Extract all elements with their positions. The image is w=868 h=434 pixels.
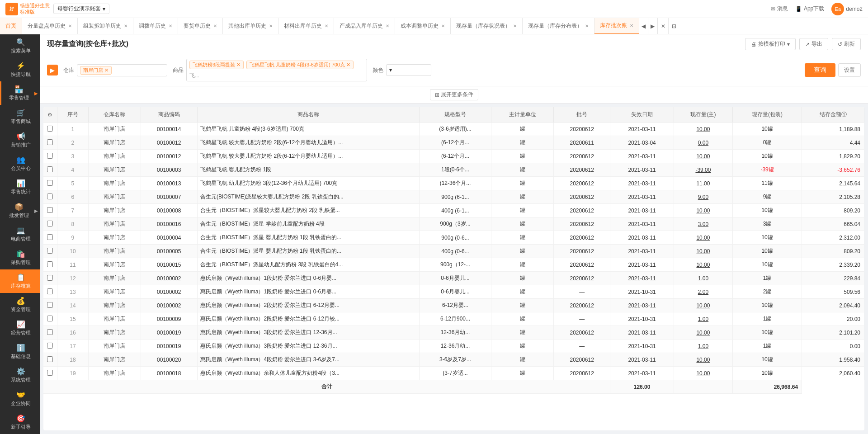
tab-close-3[interactable]: ✕ <box>169 24 172 28</box>
tab-close-5[interactable]: ✕ <box>269 24 273 28</box>
sidebar-item-member[interactable]: 👥 会员中心 <box>0 152 40 175</box>
td-checkbox[interactable] <box>43 150 57 163</box>
row-checkbox[interactable] <box>47 126 53 132</box>
tab-5[interactable]: 其他出库单历史 ✕ <box>223 18 278 34</box>
td-qty-main[interactable]: 11.00 <box>674 177 732 190</box>
row-checkbox[interactable] <box>47 329 53 335</box>
goods-more-dots[interactable]: 飞... <box>189 72 199 80</box>
goods-tag-1[interactable]: 飞鹤奶粉3段两提装 ✕ <box>189 61 244 69</box>
sidebar-item-purchase[interactable]: 🛍️ 采购管理 <box>0 246 40 269</box>
td-checkbox[interactable] <box>43 163 57 177</box>
tab-1[interactable]: 分量盘点单历史 ✕ <box>22 18 78 34</box>
td-checkbox[interactable] <box>43 326 57 340</box>
goods-tag-container[interactable]: 飞鹤奶粉3段两提装 ✕ 飞鹤星飞帆 儿童奶粉 4段(3-6岁适用) 700克 ✕… <box>186 59 367 81</box>
row-checkbox[interactable] <box>47 356 53 362</box>
td-checkbox[interactable] <box>43 312 57 326</box>
sidebar-item-system[interactable]: ⚙️ 系统管理 <box>0 363 40 387</box>
td-qty-main[interactable]: 10.00 <box>674 353 732 367</box>
row-checkbox[interactable] <box>47 288 53 294</box>
td-qty-main[interactable]: 1.00 <box>674 272 732 285</box>
row-checkbox[interactable] <box>47 343 53 349</box>
row-checkbox[interactable] <box>47 370 53 376</box>
tab-close-11[interactable]: ✕ <box>630 23 633 28</box>
td-qty-main[interactable]: 10.00 <box>674 258 732 272</box>
goods-tag-close-1[interactable]: ✕ <box>236 62 241 68</box>
tab-7[interactable]: 产成品入库单历史 ✕ <box>334 18 395 34</box>
export-btn[interactable]: ↗ 导出 <box>799 38 828 50</box>
goods-tag-close-2[interactable]: ✕ <box>346 62 350 68</box>
tab-8[interactable]: 成本调整单历史 ✕ <box>395 18 451 34</box>
td-checkbox[interactable] <box>43 353 57 367</box>
tab-6[interactable]: 材料出库单历史 ✕ <box>278 18 334 34</box>
message-btn[interactable]: ✉ 消息 <box>771 5 788 13</box>
sidebar-item-newguide[interactable]: 🎯 新手引导 <box>0 410 40 434</box>
td-qty-main[interactable]: 10.00 <box>674 150 732 163</box>
row-checkbox[interactable] <box>47 248 53 254</box>
settings-col-icon[interactable]: ⚙ <box>47 112 52 118</box>
td-checkbox[interactable] <box>43 245 57 258</box>
td-checkbox[interactable] <box>43 190 57 204</box>
sidebar-item-basic[interactable]: ℹ️ 基础信息 <box>0 340 40 363</box>
expand-btn[interactable]: ⊞ 展开更多条件 <box>430 89 478 100</box>
color-filter-wrap[interactable]: ▾ <box>386 64 431 76</box>
sidebar-item-operations[interactable]: 📈 经营管理 <box>0 316 40 340</box>
row-checkbox[interactable] <box>47 166 53 172</box>
filter-arrow-btn[interactable]: ▶ <box>47 65 58 75</box>
tab-close-2[interactable]: ✕ <box>124 24 127 28</box>
tab-11[interactable]: 库存批次账 ✕ <box>594 18 639 34</box>
goods-tag-2[interactable]: 飞鹤星飞帆 儿童奶粉 4段(3-6岁适用) 700克 ✕ <box>246 61 354 69</box>
tab-maximize-btn[interactable]: ⊡ <box>668 18 679 34</box>
td-checkbox[interactable] <box>43 231 57 245</box>
tab-2[interactable]: 组装拆卸单历史 ✕ <box>78 18 133 34</box>
sidebar-item-marketing[interactable]: 📢 营销推广 <box>0 128 40 152</box>
td-qty-main[interactable]: 1.00 <box>674 340 732 353</box>
tab-10[interactable]: 现存量（库存分布表） ✕ <box>523 18 594 34</box>
warehouse-tag-container[interactable]: 南岸门店 ✕ <box>77 64 167 76</box>
td-qty-main[interactable]: 10.00 <box>674 231 732 245</box>
td-qty-main[interactable]: 10.00 <box>674 326 732 340</box>
sidebar-item-finance[interactable]: 💰 资金管理 <box>0 293 40 316</box>
row-checkbox[interactable] <box>47 275 53 281</box>
td-checkbox[interactable] <box>43 136 57 150</box>
td-checkbox[interactable] <box>43 204 57 217</box>
td-checkbox[interactable] <box>43 217 57 231</box>
warehouse-tag-1[interactable]: 南岸门店 ✕ <box>80 66 112 75</box>
tab-9[interactable]: 现存量（库存状况表） ✕ <box>451 18 523 34</box>
row-checkbox[interactable] <box>47 316 53 321</box>
settings-btn[interactable]: 设置 <box>838 63 861 77</box>
sidebar-item-search[interactable]: 🔍 搜索英单 <box>0 34 40 58</box>
row-checkbox[interactable] <box>47 193 53 199</box>
sidebar-item-retail-shop[interactable]: 🛒 零售商城 <box>0 105 40 128</box>
td-qty-main[interactable]: 9.00 <box>674 190 732 204</box>
td-checkbox[interactable] <box>43 123 57 136</box>
tab-close-6[interactable]: ✕ <box>325 24 328 28</box>
tab-next-btn[interactable]: ▶ <box>648 18 657 34</box>
tab-home[interactable]: 首页 <box>0 18 22 34</box>
td-checkbox[interactable] <box>43 285 57 299</box>
row-checkbox[interactable] <box>47 302 53 308</box>
row-checkbox[interactable] <box>47 261 53 267</box>
app-download-btn[interactable]: 📱 App下载 <box>795 5 824 13</box>
td-qty-main[interactable]: 0.00 <box>674 136 732 150</box>
td-checkbox[interactable] <box>43 177 57 190</box>
tab-close-4[interactable]: ✕ <box>213 24 217 28</box>
tab-prev-btn[interactable]: ◀ <box>639 18 648 34</box>
user-area[interactable]: Ea demo2 <box>831 3 863 15</box>
row-checkbox[interactable] <box>47 207 53 213</box>
row-checkbox[interactable] <box>47 221 53 226</box>
td-checkbox[interactable] <box>43 272 57 285</box>
tab-close-9[interactable]: ✕ <box>513 24 517 28</box>
row-checkbox[interactable] <box>47 139 53 145</box>
row-checkbox[interactable] <box>47 153 53 159</box>
warehouse-tag-close-1[interactable]: ✕ <box>104 67 108 73</box>
row-checkbox[interactable] <box>47 180 53 186</box>
td-qty-main[interactable]: 1.00 <box>674 312 732 326</box>
td-qty-main[interactable]: 10.00 <box>674 367 732 380</box>
row-checkbox[interactable] <box>47 234 53 240</box>
sidebar-item-batch[interactable]: 📦 批发管理 ▶ <box>0 199 40 222</box>
tab-close-10[interactable]: ✕ <box>585 24 589 28</box>
tab-close-8[interactable]: ✕ <box>441 24 445 28</box>
td-checkbox[interactable] <box>43 258 57 272</box>
sidebar-item-retail-stat[interactable]: 📊 零售统计 <box>0 175 40 199</box>
sidebar-item-quicknav[interactable]: ⚡ 快捷导航 <box>0 58 40 81</box>
